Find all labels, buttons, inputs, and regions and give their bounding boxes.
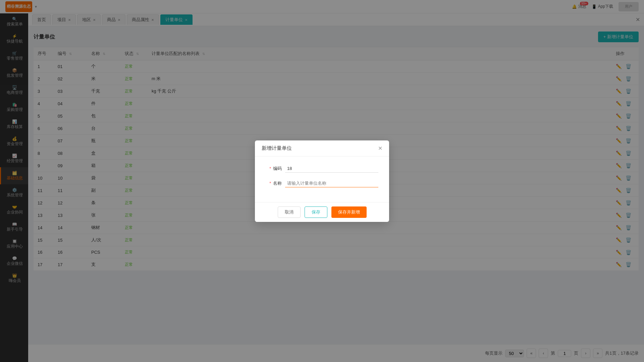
modal-overlay: 新增计量单位 ✕ * 编码 * 名称 取消 保存 保存并新增 [0,0,644,362]
form-row-name: * 名称 [266,179,378,187]
modal-header: 新增计量单位 ✕ [255,140,389,157]
modal-title: 新增计量单位 [262,145,292,152]
form-name-label: * 名称 [266,180,282,186]
modal-footer: 取消 保存 保存并新增 [255,202,389,222]
form-name-input[interactable] [285,179,378,187]
form-code-input[interactable] [285,165,378,173]
save-button[interactable]: 保存 [305,206,327,218]
form-code-label: * 编码 [266,166,282,172]
modal-body: * 编码 * 名称 [255,157,389,202]
save-and-new-button[interactable]: 保存并新增 [331,206,367,218]
modal-close-btn[interactable]: ✕ [378,145,382,152]
add-measure-modal: 新增计量单位 ✕ * 编码 * 名称 取消 保存 保存并新增 [255,140,389,222]
cancel-button[interactable]: 取消 [278,206,301,218]
form-row-code: * 编码 [266,165,378,173]
